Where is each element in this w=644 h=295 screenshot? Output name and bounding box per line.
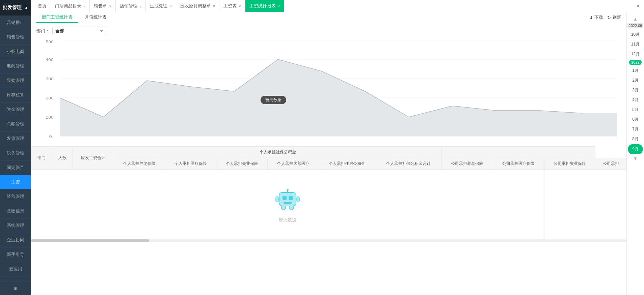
sidebar-item-固定资产[interactable]: 固定资产 — [0, 160, 31, 175]
month-2[interactable]: 2月 — [627, 76, 644, 85]
sidebar-item-小畅电商[interactable]: 小畅电商 — [0, 45, 31, 59]
month-6[interactable]: 6月 — [627, 115, 644, 124]
th-个人承担大额医疗: 个人承担大额医疗 — [268, 158, 319, 170]
svg-text:500: 500 — [46, 40, 54, 44]
th-公司承担: 公司承担 — [595, 158, 626, 170]
refresh-button[interactable]: ↻ 刷新 — [607, 14, 621, 21]
dept-select[interactable]: 全部 销售部 财务部 行政部 — [52, 27, 106, 35]
th-个人承担养老保险: 个人承担养老保险 — [114, 158, 165, 170]
th-个人承担住房公积金: 个人承担住房公积金 — [319, 158, 375, 170]
svg-text:200: 200 — [46, 96, 54, 100]
data-table: 部门 人数 应发工资合计 个人承担社保公积金 个人承担养老保险个人承担医疗保险个… — [31, 146, 626, 239]
refresh-icon: ↻ — [607, 15, 611, 20]
th-个人承担失业保险: 个人承担失业保险 — [216, 158, 268, 170]
scrollbar-thumb[interactable] — [31, 239, 149, 242]
sidebar-settings-button[interactable]: ⚙ — [0, 282, 31, 295]
chart-tooltip: 暂无数据 — [261, 96, 286, 104]
tab-close-icon[interactable]: × — [239, 4, 241, 8]
th-personal-group: 个人承担社保公积金 — [114, 147, 441, 158]
sidebar-item-电商管理[interactable]: 电商管理 — [0, 59, 31, 73]
sidebar-item-采购管理[interactable]: 采购管理 — [0, 73, 31, 88]
filter-row: 部门： 全部 销售部 财务部 行政部 — [36, 27, 106, 35]
month-1[interactable]: 1月 — [627, 66, 644, 76]
month-5[interactable]: 5月 — [627, 105, 644, 115]
sidebar-item-销售管理[interactable]: 销售管理 — [0, 30, 31, 45]
svg-rect-13 — [283, 196, 287, 200]
sidebar-item-系统管理[interactable]: 系统管理 — [0, 218, 31, 233]
sidebar: 批发管理 ▲ 营销推广销售管理小畅电商电商管理采购管理库存核算资金管理总账管理发… — [0, 0, 31, 295]
sub-tab-dept[interactable]: 部门工资统计表 — [36, 12, 78, 23]
tab-工资统计报表[interactable]: 工资统计报表× — [245, 0, 284, 12]
tab-label: 门店商品目录 — [55, 3, 81, 9]
year-label-2022[interactable]: 2022 — [629, 60, 641, 65]
sidebar-item-库存核算[interactable]: 库存核算 — [0, 88, 31, 102]
sidebar-item-云应用[interactable]: 云应用 — [0, 262, 31, 276]
chart-area: 0 100 200 300 400 500 — [31, 38, 626, 146]
th-company-group — [441, 147, 595, 158]
tab-工资表[interactable]: 工资表× — [219, 0, 245, 12]
tab-close-icon[interactable]: × — [278, 4, 280, 8]
empty-state: 暂无数据 — [35, 172, 540, 236]
tooltip-text: 暂无数据 — [261, 96, 286, 104]
th-公司承担失业保险: 公司承担失业保险 — [544, 158, 595, 170]
tab-close-icon[interactable]: × — [109, 4, 111, 8]
sidebar-item-新手引导[interactable]: 新手引导 — [0, 247, 31, 262]
tab-close-icon[interactable]: × — [213, 4, 215, 8]
tab-label: 首页 — [38, 3, 47, 9]
month-10[interactable]: 10月 — [627, 30, 644, 39]
sidebar-item-工资[interactable]: 工资 — [0, 175, 31, 189]
tab-label: 应收应付调整单 — [180, 3, 211, 9]
th-个人承担社保公积金合计: 个人承担社保公积金合计 — [375, 158, 441, 170]
panel-nav-down[interactable]: ▼ — [632, 154, 640, 163]
th-count: 人数 — [52, 147, 73, 170]
svg-point-17 — [287, 189, 289, 191]
tab-门店商品目录[interactable]: 门店商品目录× — [51, 0, 90, 12]
tab-首页[interactable]: 首页 — [34, 0, 51, 12]
tab-生成凭证[interactable]: 生成凭证× — [146, 0, 176, 12]
month-11[interactable]: 11月 — [627, 39, 644, 49]
month-8[interactable]: 8月 — [627, 134, 644, 144]
month-4[interactable]: 4月 — [627, 95, 644, 105]
action-buttons: ⬇ 下载 ↻ 刷新 — [589, 14, 621, 21]
month-3[interactable]: 3月 — [627, 85, 644, 95]
sidebar-item-资金管理[interactable]: 资金管理 — [0, 102, 31, 117]
sidebar-item-营销推广[interactable]: 营销推广 — [0, 16, 31, 30]
sidebar-item-企业协同[interactable]: 企业协同 — [0, 233, 31, 247]
empty-text: 暂无数据 — [279, 217, 296, 223]
year-badge-2022[interactable]: 2022.09 — [627, 23, 644, 28]
th-个人承担医疗保险: 个人承担医疗保险 — [165, 158, 216, 170]
tab-销售单[interactable]: 销售单× — [90, 0, 115, 12]
close-all-button[interactable]: × — [635, 3, 641, 9]
download-icon: ⬇ — [589, 15, 593, 20]
sidebar-collapse-icon[interactable]: ▲ — [24, 5, 28, 10]
tab-店铺管理[interactable]: 店铺管理× — [116, 0, 146, 12]
sidebar-item-经营管理[interactable]: 经营管理 — [0, 189, 31, 204]
th-total: 应发工资合计 — [73, 147, 114, 170]
table-container[interactable]: 部门 人数 应发工资合计 个人承担社保公积金 个人承担养老保险个人承担医疗保险个… — [31, 146, 626, 295]
table-row: 暂无数据 — [31, 170, 626, 239]
sidebar-item-基础信息[interactable]: 基础信息 — [0, 204, 31, 218]
tab-label: 工资统计报表 — [249, 3, 276, 9]
tab-close-icon[interactable]: × — [169, 4, 171, 8]
th-dept: 部门 — [31, 147, 52, 170]
sidebar-header[interactable]: 批发管理 ▲ — [0, 0, 31, 16]
month-7[interactable]: 7月 — [627, 124, 644, 134]
tab-应收应付调整单[interactable]: 应收应付调整单× — [176, 0, 219, 12]
sidebar-item-发票管理[interactable]: 发票管理 — [0, 131, 31, 146]
tab-label: 工资表 — [223, 3, 237, 9]
month-9[interactable]: 9月 — [628, 144, 643, 154]
sidebar-item-税务管理[interactable]: 税务管理 — [0, 146, 31, 160]
sidebar-item-总账管理[interactable]: 总账管理 — [0, 117, 31, 131]
svg-rect-14 — [289, 196, 293, 200]
svg-rect-21 — [290, 206, 294, 209]
scrollbar-track[interactable] — [31, 239, 626, 242]
sub-tab-month[interactable]: 月份统计表 — [79, 12, 112, 23]
svg-rect-19 — [297, 197, 299, 202]
month-12[interactable]: 12月 — [627, 49, 644, 59]
tab-close-icon[interactable]: × — [83, 4, 85, 8]
svg-rect-18 — [276, 197, 278, 202]
panel-nav-up[interactable]: ▲ — [632, 15, 640, 23]
download-button[interactable]: ⬇ 下载 — [589, 14, 603, 21]
tab-close-icon[interactable]: × — [139, 4, 141, 8]
main-area: 首页门店商品目录×销售单×店铺管理×生成凭证×应收应付调整单×工资表×工资统计报… — [31, 0, 644, 295]
